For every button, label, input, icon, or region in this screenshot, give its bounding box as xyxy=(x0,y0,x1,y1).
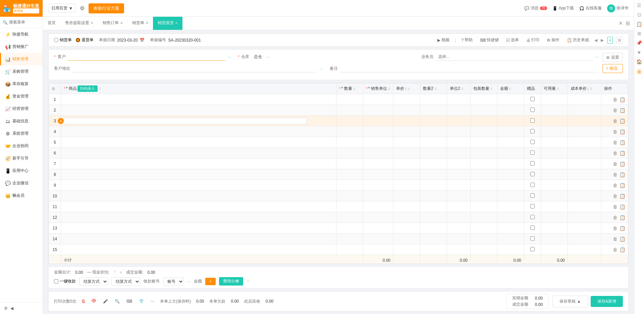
address-ellipsis[interactable]: ··· xyxy=(319,66,323,71)
copy-icon-1[interactable]: 📋 xyxy=(620,97,625,102)
view-table-icon[interactable]: ≡ xyxy=(607,37,613,44)
price-cell-7[interactable] xyxy=(393,159,420,169)
copy-icon-8[interactable]: 📋 xyxy=(620,172,625,177)
qty2-cell-10[interactable] xyxy=(420,191,447,201)
cost-cell-3[interactable] xyxy=(568,116,601,126)
cost-cell-10[interactable] xyxy=(568,191,601,201)
sidebar-item-appcenter[interactable]: 📱 应用中心 xyxy=(0,165,43,177)
nav-prev-icon[interactable]: ◀ xyxy=(594,38,597,43)
help-btn[interactable]: ? 帮助 xyxy=(459,37,475,44)
available-cell-9[interactable] xyxy=(541,180,568,191)
copy-icon-5[interactable]: 📋 xyxy=(620,140,625,145)
select-btn[interactable]: ☑ 选单 xyxy=(504,37,521,44)
radio-return[interactable]: 退货单 xyxy=(76,37,94,43)
amount-cell-10[interactable] xyxy=(497,191,524,201)
gift-cell-2[interactable] xyxy=(524,105,541,116)
copy-icon-15[interactable]: 📋 xyxy=(620,247,625,252)
tab-close-icon[interactable]: ✕ xyxy=(91,21,93,25)
sidebar-item-member[interactable]: 👑 畅会员 xyxy=(0,189,43,202)
tab-close-icon[interactable]: ✕ xyxy=(120,21,123,25)
gift-checkbox-1[interactable] xyxy=(530,97,535,101)
gift-cell-12[interactable] xyxy=(524,212,541,223)
qty2-cell-15[interactable] xyxy=(420,244,447,255)
one-click-label[interactable]: 一键收款 xyxy=(54,278,76,284)
right-icon-6[interactable]: ★ xyxy=(637,50,641,55)
product-cell-9[interactable] xyxy=(61,180,336,191)
price-cell-14[interactable] xyxy=(393,234,420,244)
qty2-cell-7[interactable] xyxy=(420,159,447,169)
product-cell-2[interactable] xyxy=(61,105,336,116)
unit2-cell-3[interactable] xyxy=(447,116,471,126)
qty-cell-4[interactable] xyxy=(336,126,363,137)
cost-cell-12[interactable] xyxy=(568,212,601,223)
gift-checkbox-5[interactable] xyxy=(530,140,535,144)
packqty-cell-15[interactable] xyxy=(471,244,497,255)
note-input[interactable] xyxy=(340,65,599,72)
qty2-cell-3[interactable] xyxy=(420,116,447,126)
unit2-cell-7[interactable] xyxy=(447,159,471,169)
sidebar-item-purchase[interactable]: 🛒 采购管理 xyxy=(0,65,43,78)
customer-ellipsis[interactable]: ··· xyxy=(228,55,231,59)
qty-cell-8[interactable] xyxy=(336,169,363,180)
delete-icon-14[interactable]: 🗑 xyxy=(613,236,618,242)
unit-cell-3[interactable] xyxy=(363,116,393,126)
gift-cell-13[interactable] xyxy=(524,223,541,234)
unit2-cell-1[interactable] xyxy=(447,94,471,105)
gift-checkbox-3[interactable] xyxy=(530,118,535,123)
unit-cell-2[interactable] xyxy=(363,105,393,116)
sidebar-item-inventory[interactable]: 📦 库存核算 xyxy=(0,78,43,90)
gift-cell-15[interactable] xyxy=(524,244,541,255)
expense-btn[interactable]: 费用分摊 xyxy=(219,277,243,286)
amount-cell-14[interactable] xyxy=(497,234,524,244)
qty2-cell-6[interactable] xyxy=(420,148,447,159)
address-input[interactable] xyxy=(72,65,317,72)
cost-cell-14[interactable] xyxy=(568,234,601,244)
delete-icon-3[interactable]: 🗑 xyxy=(613,118,618,124)
price-cell-8[interactable] xyxy=(393,169,420,180)
qty2-cell-4[interactable] xyxy=(420,126,447,137)
price-cell-12[interactable] xyxy=(393,212,420,223)
tab-close-icon[interactable]: ✕ xyxy=(175,21,178,25)
available-cell-8[interactable] xyxy=(541,169,568,180)
amount-cell-11[interactable] xyxy=(497,201,524,212)
amount-cell-5[interactable] xyxy=(497,137,524,148)
qty-cell-3[interactable] xyxy=(336,116,363,126)
available-cell-13[interactable] xyxy=(541,223,568,234)
right-icon-5[interactable]: 📌 xyxy=(636,40,642,46)
price-cell-2[interactable] xyxy=(393,105,420,116)
gift-checkbox-12[interactable] xyxy=(530,215,535,219)
delete-icon-5[interactable]: 🗑 xyxy=(613,140,618,145)
cost-cell-13[interactable] xyxy=(568,223,601,234)
packqty-cell-12[interactable] xyxy=(471,212,497,223)
salesperson-input[interactable] xyxy=(435,53,593,61)
unit2-cell-12[interactable] xyxy=(447,212,471,223)
logistics-btn[interactable]: + 物流 xyxy=(602,64,623,73)
gift-checkbox-14[interactable] xyxy=(530,236,535,241)
radio-sales-input[interactable] xyxy=(54,38,58,42)
qty-cell-5[interactable] xyxy=(336,137,363,148)
delete-icon-1[interactable]: 🗑 xyxy=(613,97,618,102)
cost-cell-1[interactable] xyxy=(568,94,601,105)
available-cell-1[interactable] xyxy=(541,94,568,105)
price-cell-5[interactable] xyxy=(393,137,420,148)
available-cell-11[interactable] xyxy=(541,201,568,212)
gift-cell-1[interactable] xyxy=(524,94,541,105)
product-cell-1[interactable] xyxy=(61,94,336,105)
unit-cell-5[interactable] xyxy=(363,137,393,148)
copy-icon-10[interactable]: 📋 xyxy=(620,193,625,199)
view-grid-icon[interactable]: ⊞ xyxy=(616,37,623,44)
account-select[interactable]: 账号 xyxy=(163,277,184,286)
qty-cell-7[interactable] xyxy=(336,159,363,169)
gift-checkbox-13[interactable] xyxy=(530,226,535,230)
product-input-3[interactable] xyxy=(64,118,307,124)
unit2-cell-5[interactable] xyxy=(447,137,471,148)
amount-cell-1[interactable] xyxy=(497,94,524,105)
price-cell-15[interactable] xyxy=(393,244,420,255)
delete-icon-12[interactable]: 🗑 xyxy=(613,215,618,220)
amount-cell-8[interactable] xyxy=(497,169,524,180)
sidebar-bottom[interactable]: ⚙ ◀ xyxy=(0,302,43,314)
available-cell-14[interactable] xyxy=(541,234,568,244)
unit-cell-10[interactable] xyxy=(363,191,393,201)
delete-icon-11[interactable]: 🗑 xyxy=(613,204,618,209)
unit-cell-13[interactable] xyxy=(363,223,393,234)
